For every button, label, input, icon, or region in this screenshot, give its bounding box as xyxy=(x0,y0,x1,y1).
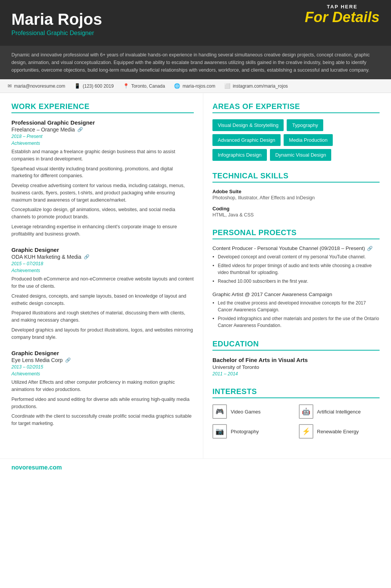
job-company-2: ODA KUH Marketing & Media 🔗 xyxy=(11,254,194,260)
skill-group-0: Adobe Suite Photoshop, Illustrator, Afte… xyxy=(212,189,380,200)
link-icon-2: 🔗 xyxy=(84,254,89,260)
project-link-icon-0: 🔗 xyxy=(367,246,373,251)
personal-projects-section: PERSONAL PROECTS Content Producer - Pers… xyxy=(212,228,380,329)
edu-school: University of Toronto xyxy=(212,364,380,370)
expertise-section-title: AREAS OF EXPERTISE xyxy=(212,102,380,113)
expertise-tag-3: Media Production xyxy=(284,134,333,146)
bullet-2-1: Created designs, concepts, and sample la… xyxy=(11,293,194,307)
project-title-0: Content Producer - Personal Youtube Chan… xyxy=(212,245,380,251)
tap-here-text: TAP HERE xyxy=(305,4,380,10)
work-section-title: WORK EXPERIENCE xyxy=(11,102,194,113)
job-entry-2: Graphic Designer ODA KUH Marketing & Med… xyxy=(11,247,194,341)
project-bullet-1-1: Provided infographics and other material… xyxy=(212,315,380,329)
interest-item-1: 🤖 Artificial Intelligence xyxy=(299,404,380,419)
summary-section: Dynamic and innovative professional with… xyxy=(0,46,391,79)
interests-section: INTERESTS 🎮 Video Games 🤖 Artificial Int… xyxy=(212,387,380,439)
skill-name-1: Coding xyxy=(212,206,380,211)
skill-name-0: Adobe Suite xyxy=(212,189,380,194)
summary-text: Dynamic and innovative professional with… xyxy=(11,52,370,73)
contact-bar: ✉ maria@novoresume.com 📱 (123) 600 2019 … xyxy=(0,79,391,93)
project-entry-1: Graphic Artist @ 2017 Cancer Awareness C… xyxy=(212,292,380,329)
interest-label-0: Video Games xyxy=(231,409,261,415)
instagram-icon: ⬜ xyxy=(224,83,230,89)
skill-group-1: Coding HTML, Java & CSS xyxy=(212,206,380,218)
interest-icon-3: ⚡ xyxy=(299,424,313,439)
for-details-text: For Details xyxy=(305,10,380,26)
contact-location: 📍 Toronto, Canada xyxy=(123,83,165,89)
job-bullets-3: Utilized After Effects and other compute… xyxy=(11,379,194,427)
email-icon: ✉ xyxy=(8,83,12,89)
footer-brand: novoresume.com xyxy=(11,464,62,471)
footer-section: novoresume.com xyxy=(0,458,391,476)
interest-icon-0: 🎮 xyxy=(212,404,227,419)
tap-overlay[interactable]: TAP HERE For Details xyxy=(305,4,380,26)
achievements-label-1: Achievements xyxy=(11,141,194,146)
bullet-1-1: Spearhead visual identity including bran… xyxy=(11,165,194,180)
right-column: AREAS OF EXPERTISE Visual Design & Story… xyxy=(203,93,391,458)
job-title-2: Graphic Designer xyxy=(11,247,194,253)
location-icon: 📍 xyxy=(123,83,129,89)
link-icon-1: 🔗 xyxy=(77,127,83,132)
interest-item-0: 🎮 Video Games xyxy=(212,404,293,419)
bullet-2-2: Prepared illustrations and rough sketche… xyxy=(11,309,194,324)
job-entry-3: Graphic Designer Eye Lens Media Corp 🔗 2… xyxy=(11,350,194,427)
job-date-2: 2015 – 07/2018 xyxy=(11,261,194,266)
project-bullet-0-1: Edited videos for proper timings of audi… xyxy=(212,262,380,276)
job-date-1: 2018 – Present xyxy=(11,134,194,139)
interest-item-3: ⚡ Renewable Energy xyxy=(299,424,380,439)
main-content: WORK EXPERIENCE Professional Graphic Des… xyxy=(0,93,391,458)
bullet-2-3: Developed graphics and layouts for produ… xyxy=(11,327,194,341)
education-section-title: EDUCATION xyxy=(212,340,380,351)
bullet-1-3: Conceptualize logo design, gif animation… xyxy=(11,206,194,221)
personal-projects-title: PERSONAL PROECTS xyxy=(212,228,380,239)
job-company-3: Eye Lens Media Corp 🔗 xyxy=(11,357,194,363)
job-title-1: Professional Graphic Designer xyxy=(11,119,194,126)
left-column: WORK EXPERIENCE Professional Graphic Des… xyxy=(0,93,203,458)
contact-instagram[interactable]: ⬜ instagram.com/maria_rojos xyxy=(224,83,288,89)
technical-skills-title: TECHNICAL SKILLS xyxy=(212,171,380,183)
link-icon-3: 🔗 xyxy=(65,357,71,363)
contact-email: ✉ maria@novoresume.com xyxy=(8,83,65,89)
achievements-label-2: Achievements xyxy=(11,268,194,273)
bullet-1-0: Establish and manage a freelance graphic… xyxy=(11,148,194,163)
interest-icon-1: 🤖 xyxy=(299,404,313,419)
bullet-1-2: Develop creative advertising content for… xyxy=(11,182,194,203)
contact-website[interactable]: 🌐 maria-rojos.com xyxy=(174,83,215,89)
project-bullet-0-2: Reached 10.000 subscribers in the first … xyxy=(212,278,380,285)
header-section: Maria Rojos Professional Graphic Designe… xyxy=(0,0,391,46)
job-title-3: Graphic Designer xyxy=(11,350,194,356)
interest-label-3: Renewable Energy xyxy=(317,429,359,434)
achievements-label-3: Achievements xyxy=(11,371,194,377)
interest-label-1: Artificial Intelligence xyxy=(317,409,361,415)
job-date-3: 2013 – 02/2015 xyxy=(11,364,194,370)
skill-detail-1: HTML, Java & CSS xyxy=(212,212,380,218)
email-text: maria@novoresume.com xyxy=(14,83,65,89)
interests-grid: 🎮 Video Games 🤖 Artificial Intelligence … xyxy=(212,404,380,439)
project-bullets-0: Developed concept and overall content of… xyxy=(212,253,380,285)
job-bullets-1: Establish and manage a freelance graphic… xyxy=(11,148,194,237)
education-section: EDUCATION Bachelor of Fine Arts in Visua… xyxy=(212,340,380,377)
interest-item-2: 📷 Photography xyxy=(212,424,293,439)
bullet-3-0: Utilized After Effects and other compute… xyxy=(11,379,194,393)
interest-label-2: Photography xyxy=(231,429,259,434)
website-text: maria-rojos.com xyxy=(182,83,215,89)
project-title-1: Graphic Artist @ 2017 Cancer Awareness C… xyxy=(212,292,380,297)
expertise-tag-5: Dynamic Visual Design xyxy=(270,149,331,161)
project-bullets-1: Led the creative process and developed i… xyxy=(212,300,380,329)
expertise-tag-2: Advanced Graphic Design xyxy=(212,134,281,146)
job-entry-1: Professional Graphic Designer Freelance … xyxy=(11,119,194,237)
skill-detail-0: Photoshop, Illustrator, After Effects an… xyxy=(212,195,380,200)
expertise-tag-0: Visual Design & Storytelling xyxy=(212,119,284,131)
expertise-grid: Visual Design & Storytelling Typography … xyxy=(212,119,380,161)
expertise-section: AREAS OF EXPERTISE Visual Design & Story… xyxy=(212,102,380,161)
project-bullet-1-0: Led the creative process and developed i… xyxy=(212,300,380,313)
work-experience-section: WORK EXPERIENCE Professional Graphic Des… xyxy=(11,102,194,427)
contact-phone: 📱 (123) 600 2019 xyxy=(74,83,113,89)
location-text: Toronto, Canada xyxy=(131,83,165,89)
edu-date: 2011 – 2014 xyxy=(212,371,380,377)
job-bullets-2: Produced both eCommerce and non-eCommerc… xyxy=(11,276,194,341)
project-bullet-0-0: Developed concept and overall content of… xyxy=(212,253,380,260)
project-entry-0: Content Producer - Personal Youtube Chan… xyxy=(212,245,380,285)
website-icon: 🌐 xyxy=(174,83,180,89)
bullet-3-1: Performed video and sound editing for di… xyxy=(11,396,194,410)
